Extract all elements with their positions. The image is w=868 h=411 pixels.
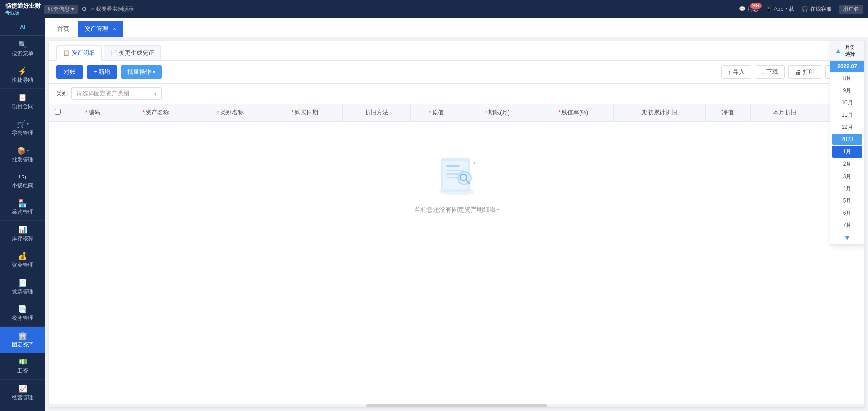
- batch-mgmt-arrow: ▾: [27, 148, 29, 153]
- month-panel: ▲ 月份选择 2022.07 8月 9月 10月 11月 12月 2023 1月…: [830, 41, 864, 245]
- purchase-mgmt-icon: 🏪: [18, 199, 27, 208]
- th-period: *期限(月): [462, 104, 533, 122]
- main-content: 首页 资产管理 ✕ 📋 资产明细 📄 变更生成凭证: [45, 18, 868, 411]
- change-voucher-icon: 📄: [110, 50, 117, 56]
- download-button[interactable]: ↓ 下载: [755, 65, 785, 79]
- search-menu-icon: 🔍: [18, 40, 27, 49]
- reconcile-button[interactable]: 对账: [56, 65, 83, 79]
- tab-close-icon[interactable]: ✕: [113, 26, 117, 32]
- sidebar-item-quick-nav[interactable]: ⚡ 快捷导航: [0, 62, 45, 89]
- scrollbar-thumb[interactable]: [366, 404, 547, 407]
- operation-mgmt-icon: 📈: [18, 384, 27, 393]
- sidebar-item-project-contract[interactable]: 📋 项目合同: [0, 89, 45, 115]
- th-residual-rate: *残值率(%): [533, 104, 614, 122]
- month-nav-down[interactable]: ▼: [830, 231, 864, 244]
- sidebar-item-operation-mgmt[interactable]: 📈 经营管理: [0, 380, 45, 406]
- sidebar-item-tax-mgmt[interactable]: 📑 税务管理: [0, 300, 45, 327]
- month-item-6[interactable]: 6月: [830, 207, 864, 219]
- month-panel-header: ▲ 月份选择: [830, 41, 864, 61]
- svg-rect-6: [446, 177, 458, 178]
- empty-text: 当前您还没有固定资产明细哦~: [414, 206, 500, 214]
- salary-icon: 💵: [18, 358, 27, 366]
- headset-icon: 🎧: [802, 6, 808, 12]
- sub-tabs: 📋 资产明细 📄 变更生成凭证: [49, 41, 864, 61]
- app-logo: 畅捷通好业财 专业版: [5, 2, 41, 16]
- sidebar-item-salary[interactable]: 💵 工资: [0, 353, 45, 380]
- sidebar-item-fund-mgmt[interactable]: 💰 资金管理: [0, 247, 45, 274]
- message-button[interactable]: 💬 消息 99+: [739, 5, 758, 13]
- fund-mgmt-icon: 💰: [18, 252, 27, 260]
- asset-detail-icon: 📋: [63, 50, 70, 56]
- import-button[interactable]: ↑ 导入: [721, 65, 751, 79]
- ecommerce-icon: 🛍: [19, 173, 26, 181]
- sidebar-item-purchase-mgmt[interactable]: 🏪 采购管理: [0, 194, 45, 221]
- th-asset-name: *资产名称: [118, 104, 193, 122]
- app-download-button[interactable]: 📱 App下载: [765, 5, 794, 13]
- month-item-7[interactable]: 7月: [830, 219, 864, 231]
- account-dropdown-icon: ▾: [71, 6, 74, 12]
- top-bar-left: 畅捷通好业财 专业版 账套信息 ▾ ⚙ ○ 我要看实例演示: [5, 2, 134, 16]
- th-net-value: 净值: [705, 104, 750, 122]
- month-item-5[interactable]: 5月: [830, 195, 864, 207]
- sidebar-item-retail-mgmt[interactable]: 🛒 ▾ 零售管理: [0, 115, 45, 142]
- settings-icon[interactable]: ⚙: [81, 5, 87, 13]
- page-content: 📋 资产明细 📄 变更生成凭证 对账 + 新增 批量操作 ▾: [49, 41, 864, 407]
- retail-mgmt-arrow: ▾: [27, 122, 29, 127]
- sidebar-item-general-ledger[interactable]: 📒 总账管理: [0, 406, 45, 411]
- sub-tab-asset-detail[interactable]: 📋 资产明细: [56, 45, 102, 61]
- user-info[interactable]: 用户名: [839, 5, 863, 14]
- quick-nav-icon: ⚡: [18, 67, 27, 76]
- month-item-11[interactable]: 11月: [830, 109, 864, 121]
- select-all-checkbox[interactable]: [55, 109, 61, 115]
- th-category-name: *类别名称: [193, 104, 268, 122]
- print-button[interactable]: 🖨 打印: [788, 65, 821, 79]
- nav-tabs: 首页 资产管理 ✕: [45, 18, 868, 37]
- import-icon: ↑: [728, 69, 731, 76]
- sidebar-item-ecommerce[interactable]: 🛍 小畅电商: [0, 168, 45, 194]
- add-button[interactable]: + 新增: [87, 65, 117, 79]
- sidebar-item-search-menu[interactable]: 🔍 搜索菜单: [0, 36, 45, 62]
- th-monthly-depreciation: 本月折旧: [750, 104, 819, 122]
- svg-rect-3: [446, 165, 460, 167]
- category-placeholder: 请选择固定资产类别: [76, 90, 152, 98]
- category-select[interactable]: 请选择固定资产类别 ▾: [71, 87, 162, 100]
- month-nav-up[interactable]: ▲: [833, 47, 843, 54]
- sidebar-item-fixed-assets[interactable]: 🏢 固定资产: [0, 327, 45, 354]
- month-item-3[interactable]: 3月: [830, 170, 864, 183]
- batch-button[interactable]: 批量操作 ▾: [121, 65, 162, 79]
- tab-home[interactable]: 首页: [51, 21, 76, 37]
- batch-mgmt-icon: 📦: [17, 146, 26, 155]
- table-container: *编码 *资产名称 *类别名称 *购买日期 折旧方法 *原值 *期限(月) *残…: [49, 104, 864, 404]
- table-body: ✦ ✦ · 当前您还没有固定资产明细哦~: [49, 122, 864, 241]
- account-selector[interactable]: 账套信息 ▾: [44, 5, 78, 14]
- th-accumulated-depreciation: 期初累计折旧: [614, 104, 705, 122]
- batch-dropdown-icon: ▾: [153, 70, 155, 75]
- sidebar-item-inventory-mgmt[interactable]: 📊 库存核算: [0, 221, 45, 247]
- svg-text:·: ·: [477, 171, 478, 174]
- month-item-1[interactable]: 1月: [832, 146, 862, 158]
- month-item-9[interactable]: 9月: [830, 85, 864, 97]
- th-depreciation-method: 折旧方法: [342, 104, 410, 122]
- month-item-8[interactable]: 8月: [830, 72, 864, 85]
- inventory-mgmt-icon: 📊: [18, 225, 27, 234]
- table-header: *编码 *资产名称 *类别名称 *购买日期 折旧方法 *原值 *期限(月) *残…: [49, 104, 864, 122]
- bottom-scrollbar[interactable]: [49, 404, 864, 407]
- app-body: Ai 🔍 搜索菜单 ⚡ 快捷导航 📋 项目合同 🛒 ▾ 零售管理 📦 ▾ 批: [0, 18, 868, 411]
- month-item-4[interactable]: 4月: [830, 183, 864, 195]
- svg-rect-4: [446, 170, 464, 171]
- month-item-2[interactable]: 2月: [830, 158, 864, 170]
- asset-table: *编码 *资产名称 *类别名称 *购买日期 折旧方法 *原值 *期限(月) *残…: [49, 104, 864, 241]
- print-icon: 🖨: [795, 69, 801, 76]
- sub-tab-change-voucher[interactable]: 📄 变更生成凭证: [104, 45, 161, 60]
- category-filter: 类别 请选择固定资产类别 ▾: [49, 84, 864, 104]
- online-service-button[interactable]: 🎧 在线客服: [802, 5, 832, 13]
- demo-link[interactable]: ○ 我要看实例演示: [91, 5, 134, 13]
- svg-text:✦: ✦: [439, 168, 442, 172]
- tab-asset-mgmt[interactable]: 资产管理 ✕: [78, 21, 123, 37]
- month-item-12[interactable]: 12月: [830, 121, 864, 133]
- empty-illustration: ✦ ✦ ·: [427, 149, 486, 198]
- month-item-10[interactable]: 10月: [830, 97, 864, 109]
- current-period[interactable]: 2022.07: [830, 61, 864, 72]
- sidebar-item-invoice-mgmt[interactable]: 🧾 发票管理: [0, 274, 45, 301]
- sidebar-item-batch-mgmt[interactable]: 📦 ▾ 批发管理: [0, 142, 45, 169]
